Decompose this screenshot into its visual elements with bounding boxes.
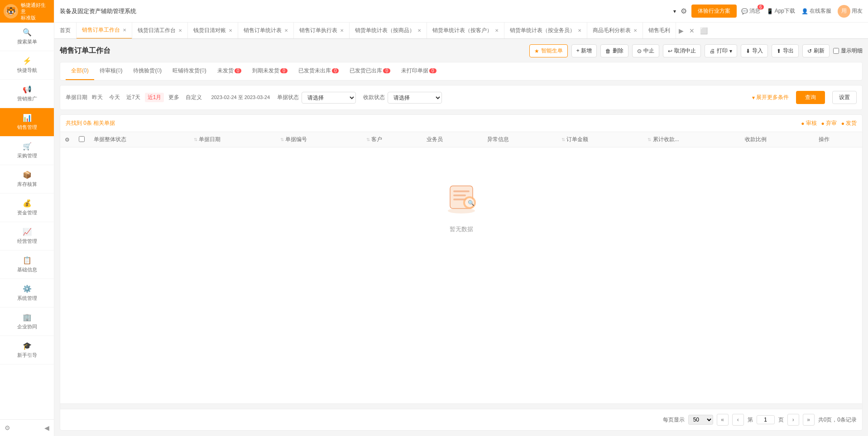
filter-expand-btn[interactable]: ▾ 展开更多条件 bbox=[752, 94, 789, 101]
date-today[interactable]: 今天 bbox=[107, 93, 122, 102]
sort-icon-collected[interactable]: ⇅ bbox=[647, 137, 651, 142]
sidebar-item-basic[interactable]: 📋 基础信息 bbox=[0, 251, 54, 279]
tab-sales-exec[interactable]: 销售订单执行表 ✕ bbox=[294, 23, 350, 39]
date-custom[interactable]: 自定义 bbox=[184, 93, 204, 102]
sidebar-item-inventory[interactable]: 📦 库存核算 bbox=[0, 165, 54, 194]
export-btn[interactable]: ⬆ 导出 bbox=[772, 44, 799, 57]
ship-btn[interactable]: ● 发货 bbox=[841, 119, 857, 127]
tab-sales-stats[interactable]: 销售订单统计表 ✕ bbox=[238, 23, 294, 39]
print-btn[interactable]: 🖨 打印 ▾ bbox=[705, 44, 737, 57]
message-btn[interactable]: 💬 消息 6 bbox=[741, 7, 760, 15]
tab-cashier-reconcile[interactable]: 钱货日清对账 ✕ bbox=[188, 23, 238, 39]
tab-summary-staff[interactable]: 销货单统计表（按业务员） ✕ bbox=[504, 23, 587, 39]
table-head: ⚙ 单据整体状态 ⇅ 单据日期 bbox=[60, 132, 862, 147]
page-input[interactable] bbox=[757, 415, 775, 424]
last-page-btn[interactable]: » bbox=[803, 414, 815, 426]
import-btn[interactable]: ⬇ 导入 bbox=[741, 44, 768, 57]
anti-review-btn[interactable]: ● 弃审 bbox=[821, 119, 837, 127]
tabs-maximize[interactable]: ⬜ bbox=[697, 27, 710, 34]
date-1month[interactable]: 近1月 bbox=[145, 93, 164, 102]
per-page-select[interactable]: 50 10 20 100 bbox=[688, 415, 713, 425]
sidebar-item-guide[interactable]: 🎓 新手引导 bbox=[0, 336, 54, 365]
th-date: ⇅ 单据日期 bbox=[189, 132, 276, 147]
sort-icon-customer[interactable]: ⇅ bbox=[366, 137, 370, 142]
sort-icon-amount[interactable]: ⇅ bbox=[561, 137, 565, 142]
app-download-btn[interactable]: 📱 App下载 bbox=[767, 7, 795, 15]
tab-close-summary-product[interactable]: ✕ bbox=[417, 28, 421, 33]
tab-cashier[interactable]: 钱货日清工作台 ✕ bbox=[132, 23, 188, 39]
tab-close-profit-analysis[interactable]: ✕ bbox=[633, 28, 637, 33]
tab-sales-workbench[interactable]: 销售订单工作台 ✕ bbox=[77, 23, 132, 39]
status-select[interactable]: 请选择 bbox=[302, 92, 356, 104]
subtab-pending-inspect[interactable]: 待挑验货(0) bbox=[128, 62, 167, 80]
filter-setting-btn[interactable]: 设置 bbox=[832, 91, 857, 104]
subtab-not-printed[interactable]: 未打印单据0 bbox=[396, 62, 442, 80]
subtab-pending-review[interactable]: 待审核(0) bbox=[94, 62, 128, 80]
sort-icon-number[interactable]: ⇅ bbox=[280, 137, 284, 142]
sidebar-item-sales[interactable]: 📊 销售管理 bbox=[0, 108, 54, 137]
subtab-wangpu[interactable]: 旺铺待发货(0) bbox=[167, 62, 212, 80]
user-menu-btn[interactable]: 用 用友 bbox=[838, 5, 863, 18]
subtab-shipped-not-out[interactable]: 已发货未出库0 bbox=[293, 62, 345, 80]
cancel-stop-btn[interactable]: ↩ 取消中止 bbox=[663, 44, 701, 57]
show-detail-checkbox[interactable]: 显示明细 bbox=[833, 47, 863, 55]
subtab-all[interactable]: 全部(0) bbox=[66, 62, 94, 80]
tab-sales-profit[interactable]: 销售毛利 bbox=[643, 23, 676, 39]
date-options: 昨天 今天 近7天 近1月 更多 自定义 bbox=[90, 93, 204, 102]
query-btn[interactable]: 查询 bbox=[796, 91, 825, 104]
add-btn[interactable]: + 新增 bbox=[571, 44, 597, 57]
settings-btn[interactable]: ⚙ bbox=[5, 424, 10, 431]
sidebar-item-operation[interactable]: 📈 经营管理 bbox=[0, 222, 54, 251]
show-detail-input[interactable] bbox=[833, 48, 839, 54]
tab-close-sales-stats[interactable]: ✕ bbox=[284, 28, 288, 33]
industry-btn[interactable]: 体验行业方案 bbox=[691, 5, 737, 18]
tab-summary-customer[interactable]: 销货单统计表（按客户） ✕ bbox=[427, 23, 504, 39]
date-more[interactable]: 更多 bbox=[167, 93, 181, 102]
print-dropdown-icon: ▾ bbox=[729, 48, 732, 54]
system-dropdown[interactable]: ▾ bbox=[673, 8, 676, 14]
select-all-checkbox[interactable] bbox=[79, 136, 85, 142]
table-count: 共找到 0条 相关单据 bbox=[66, 119, 115, 127]
subtab-shipped-out[interactable]: 已发货已出库0 bbox=[344, 62, 396, 80]
sidebar-item-marketing[interactable]: 📢 营销推广 bbox=[0, 80, 54, 108]
payment-select[interactable]: 请选择 bbox=[388, 92, 442, 104]
subtab-not-shipped[interactable]: 未发货0 bbox=[212, 62, 247, 80]
refresh-btn[interactable]: ↺ 刷新 bbox=[802, 44, 830, 57]
tab-profit-analysis[interactable]: 商品毛利分析表 ✕ bbox=[587, 23, 643, 39]
first-page-btn[interactable]: « bbox=[717, 414, 729, 426]
tabs-close-all[interactable]: ✕ bbox=[686, 27, 697, 34]
next-page-btn[interactable]: › bbox=[787, 414, 799, 426]
settings-col-icon[interactable]: ⚙ bbox=[65, 137, 70, 143]
sidebar-item-search[interactable]: 🔍 搜索菜单 bbox=[0, 23, 54, 51]
sidebar-item-purchase[interactable]: 🛒 采购管理 bbox=[0, 137, 54, 165]
sidebar-item-quick[interactable]: ⚡ 快捷导航 bbox=[0, 51, 54, 80]
tabs-scroll-right[interactable]: ▶ bbox=[676, 27, 686, 34]
date-7days[interactable]: 近7天 bbox=[125, 93, 142, 102]
stop-btn[interactable]: ⊙ 中止 bbox=[632, 44, 659, 57]
tab-home[interactable]: 首页 bbox=[54, 23, 77, 39]
sidebar-item-finance[interactable]: 💰 资金管理 bbox=[0, 194, 54, 222]
export-icon: ⬆ bbox=[777, 48, 781, 54]
delete-btn[interactable]: 🗑 删除 bbox=[600, 44, 628, 57]
tab-close-sales-exec[interactable]: ✕ bbox=[340, 28, 344, 33]
date-yesterday[interactable]: 昨天 bbox=[90, 93, 105, 102]
sort-icon-date[interactable]: ⇅ bbox=[194, 137, 197, 142]
tab-close-summary-customer[interactable]: ✕ bbox=[495, 28, 499, 33]
sidebar-item-enterprise[interactable]: 🏢 企业协同 bbox=[0, 308, 54, 336]
system-title: 装备及固定资产辅助管理系统 bbox=[60, 7, 669, 15]
sidebar-item-system[interactable]: ⚙️ 系统管理 bbox=[0, 279, 54, 308]
online-service-btn[interactable]: 👤 在线客服 bbox=[801, 7, 831, 15]
tab-close-sales-workbench[interactable]: ✕ bbox=[123, 28, 126, 33]
purchase-icon: 🛒 bbox=[23, 142, 32, 151]
collapse-btn[interactable]: ◀ bbox=[44, 424, 49, 431]
tab-close-cashier[interactable]: ✕ bbox=[178, 28, 182, 33]
review-btn[interactable]: ● 审核 bbox=[801, 119, 816, 127]
smart-gen-btn[interactable]: ★ 智能生单 bbox=[529, 44, 568, 57]
tab-close-summary-staff[interactable]: ✕ bbox=[578, 28, 581, 33]
topbar-settings-icon[interactable]: ⚙ bbox=[681, 7, 687, 15]
prev-page-btn[interactable]: ‹ bbox=[732, 414, 744, 426]
horizontal-scrollbar[interactable] bbox=[60, 403, 862, 409]
tab-summary-product[interactable]: 销货单统计表（按商品） ✕ bbox=[350, 23, 427, 39]
tab-close-cashier-reconcile[interactable]: ✕ bbox=[229, 28, 232, 33]
subtab-overdue[interactable]: 到期未发货0 bbox=[247, 62, 293, 80]
